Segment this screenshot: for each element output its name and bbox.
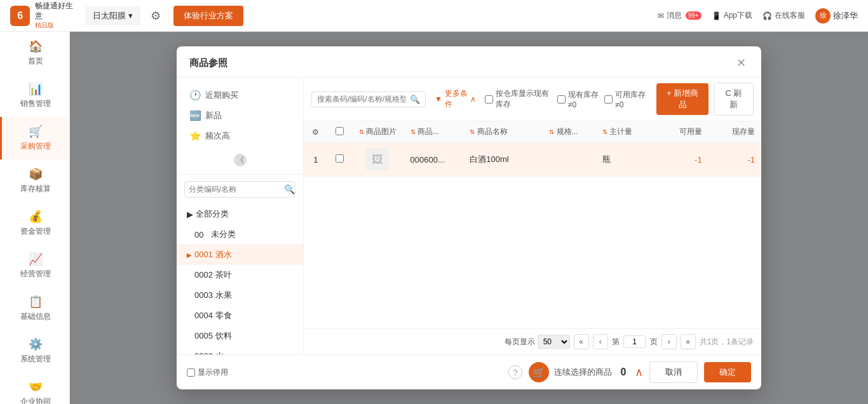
new-products-item[interactable]: 🆕 新品: [184, 105, 295, 126]
main-content: 商品参照 ✕ 🕐 近期购买 🆕: [70, 32, 868, 404]
trial-button[interactable]: 体验行业方案: [173, 6, 243, 26]
row-code-cell: 000600...: [404, 143, 464, 177]
quick-access: 🕐 近期购买 🆕 新品 ⭐ 频次高: [177, 83, 303, 149]
collapse-button[interactable]: 《: [234, 154, 247, 166]
page-number-input[interactable]: [623, 335, 646, 348]
row-checkbox-cell: [327, 143, 351, 177]
sidebar-item-finance[interactable]: 💰 资金管理: [0, 202, 69, 245]
total-info: 共1页，1条记录: [700, 337, 754, 347]
sidebar-item-operations[interactable]: 📈 经营管理: [0, 245, 69, 287]
col-unit-header[interactable]: ⇅ 主计量: [596, 121, 649, 143]
sidebar-item-purchase[interactable]: 🛒 采购管理: [0, 117, 69, 159]
basic-info-icon: 📋: [29, 295, 43, 309]
show-disabled-checkbox[interactable]: 显示停用: [187, 367, 228, 378]
col-name-header[interactable]: ⇅ 商品名称: [463, 121, 543, 143]
category-search-input[interactable]: [189, 185, 284, 194]
nonzero-available-checkbox[interactable]: 可用库存≠0: [604, 90, 646, 109]
sidebar-item-sales[interactable]: 📊 销售管理: [0, 74, 69, 117]
recent-purchase-item[interactable]: 🕐 近期购买: [184, 85, 295, 105]
messages-button[interactable]: ✉ 消息 99+: [658, 10, 702, 21]
finance-icon: 💰: [29, 210, 43, 224]
nonzero-stock-checkbox[interactable]: 现有库存≠0: [557, 90, 599, 109]
sidebar-item-system[interactable]: ⚙️ 系统管理: [0, 330, 69, 372]
frequent-item[interactable]: ⭐ 频次高: [184, 126, 295, 146]
category-0005[interactable]: 0005 饮料: [177, 326, 303, 346]
search-icon[interactable]: 🔍: [410, 95, 420, 104]
add-goods-button[interactable]: + 新增商品: [656, 83, 709, 115]
goods-reference-dialog: 商品参照 ✕ 🕐 近期购买 🆕: [177, 46, 761, 389]
select-all-checkbox[interactable]: [336, 127, 344, 135]
dialog-close-button[interactable]: ✕: [733, 55, 749, 71]
col-spec-header[interactable]: ⇅ 规格...: [543, 121, 595, 143]
avatar: 徐: [815, 8, 831, 24]
category-search-icon[interactable]: 🔍: [284, 184, 295, 194]
col-stock-header: 现存量: [709, 121, 761, 143]
category-0002[interactable]: 0002 茶叶: [177, 265, 303, 285]
cancel-button[interactable]: 取消: [649, 361, 698, 383]
row-image-cell: 🖼: [351, 143, 404, 177]
logo-icon: 6: [10, 6, 30, 26]
col-code-header[interactable]: ⇅ 商品...: [404, 121, 464, 143]
confirm-button[interactable]: 确定: [704, 362, 751, 382]
app-download-button[interactable]: 📱 App下载: [712, 10, 752, 21]
online-service-button[interactable]: 🎧 在线客服: [763, 10, 805, 21]
chevron-down-icon: ▾: [128, 11, 133, 20]
sales-icon: 📊: [29, 82, 43, 96]
next-page-button[interactable]: ›: [661, 334, 677, 349]
sort-icon-unit: ⇅: [602, 128, 607, 135]
sidebar-item-enterprise[interactable]: 🤝 企业协同: [0, 372, 69, 404]
top-nav: 6 畅捷通好生意 精品版 日太阳膜 ▾ ⚙ 体验行业方案 ✉ 消息 99+ 📱 …: [0, 0, 868, 32]
right-panel: 🔍 ▼ 更多条件 ∧ 按仓库显示现有库存: [304, 77, 761, 354]
layout: 🏠 首页 📊 销售管理 🛒 采购管理 📦 库存核算 💰 资金管理 📈 经营管理 …: [0, 32, 868, 404]
message-badge: 99+: [686, 11, 702, 20]
divider: [177, 174, 303, 175]
cart-icon[interactable]: 🛒: [529, 362, 549, 382]
first-page-button[interactable]: «: [574, 334, 589, 349]
dialog-footer: 显示停用 ? 🛒 连续选择的商品 0 ∧ 取消 确定: [177, 354, 761, 389]
row-spec-cell: [543, 143, 595, 177]
goods-search-input[interactable]: [317, 95, 406, 104]
category-0003[interactable]: 0003 水果: [177, 285, 303, 306]
sidebar-item-home[interactable]: 🏠 首页: [0, 32, 69, 74]
sidebar-item-basic-info[interactable]: 📋 基础信息: [0, 287, 69, 330]
row-available-cell: -1: [649, 143, 709, 177]
per-page-dropdown[interactable]: 50 100: [538, 335, 570, 349]
row-checkbox[interactable]: [336, 154, 344, 163]
left-panel: 🕐 近期购买 🆕 新品 ⭐ 频次高: [177, 77, 304, 354]
sidebar: 🏠 首页 📊 销售管理 🛒 采购管理 📦 库存核算 💰 资金管理 📈 经营管理 …: [0, 32, 70, 404]
category-0001[interactable]: ▶ 0001 酒水: [177, 245, 303, 265]
sort-icon: ⇅: [410, 128, 416, 135]
category-all[interactable]: ▶ 全部分类: [177, 204, 303, 224]
filter-button[interactable]: ▼ 更多条件 ∧: [431, 86, 480, 112]
category-00[interactable]: 00 未分类: [177, 224, 303, 245]
col-img-header: ⇅ 商品图片: [351, 121, 404, 143]
help-icon[interactable]: ?: [508, 365, 522, 379]
store-dropdown[interactable]: 日太阳膜 ▾: [85, 6, 140, 25]
star-icon: ⭐: [189, 130, 201, 142]
warehouse-stock-checkbox[interactable]: 按仓库显示现有库存: [485, 88, 552, 110]
category-search: 🔍: [184, 181, 295, 198]
logo-text: 畅捷通好生意: [35, 1, 80, 21]
headset-icon: 🎧: [763, 11, 772, 20]
last-page-button[interactable]: »: [681, 334, 696, 349]
message-icon: ✉: [658, 11, 664, 20]
category-0008[interactable]: 0008 水: [177, 346, 303, 354]
user-profile[interactable]: 徐 徐泽华: [815, 8, 858, 24]
goods-table: ⚙ ⇅ 商品图片 ⇅ 商品...: [304, 121, 761, 177]
row-name-cell: 白酒100ml: [463, 143, 543, 177]
logo-sub: 精品版: [35, 21, 80, 30]
settings-icon[interactable]: ⚙: [146, 6, 166, 26]
prev-page-button[interactable]: ‹: [593, 334, 608, 349]
sidebar-item-inventory[interactable]: 📦 库存核算: [0, 159, 69, 202]
category-0004[interactable]: 0004 零食: [177, 306, 303, 326]
mobile-icon: 📱: [712, 11, 721, 20]
operations-icon: 📈: [29, 252, 43, 266]
table-row[interactable]: 1 🖼 000600... 白酒100ml: [304, 143, 761, 177]
row-unit-cell: 瓶: [596, 143, 649, 177]
up-arrow-icon[interactable]: ∧: [635, 365, 643, 379]
new-icon: 🆕: [189, 110, 201, 121]
table-header-row: ⚙ ⇅ 商品图片 ⇅ 商品...: [304, 121, 761, 143]
sort-icon-spec: ⇅: [549, 128, 554, 135]
refresh-button[interactable]: C 刷新: [714, 83, 754, 116]
active-category-arrow: ▶: [187, 252, 192, 259]
